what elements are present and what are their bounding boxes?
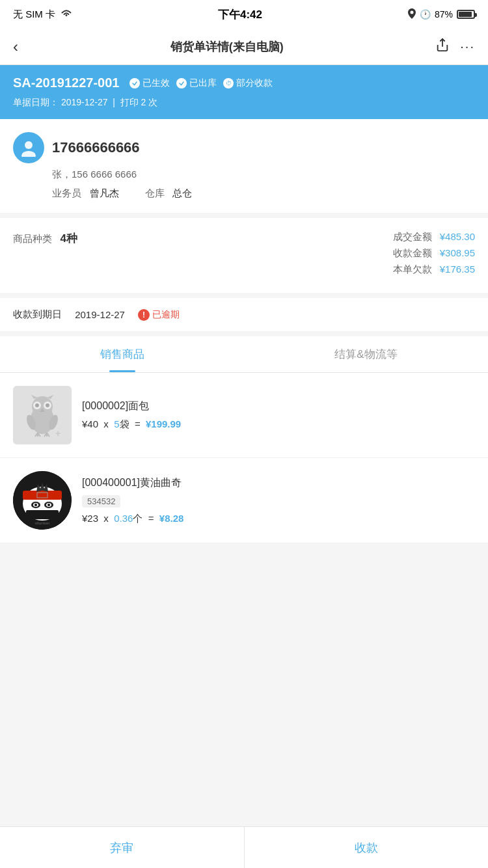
cancel-button[interactable]: 弃审 bbox=[0, 827, 245, 868]
location-icon bbox=[408, 8, 416, 21]
battery-icon bbox=[457, 10, 475, 19]
due-date: 2019-12-27 bbox=[75, 309, 125, 320]
avatar bbox=[13, 132, 44, 163]
owed-value: ¥176.35 bbox=[440, 264, 475, 276]
nav-bar: ‹ 销货单详情(来自电脑) ··· bbox=[0, 29, 488, 65]
customer-sub: 张，156 6666 6666 bbox=[13, 169, 475, 181]
due-section: 收款到期日 2019-12-27 ! 已逾期 bbox=[0, 298, 488, 331]
svg-point-8 bbox=[46, 403, 49, 407]
wifi-icon bbox=[61, 9, 72, 20]
product-info-1: [0000002]面包 ¥40 x 5袋 = ¥199.99 bbox=[82, 400, 475, 431]
svg-point-30 bbox=[47, 504, 50, 506]
tab-sales-products[interactable]: 销售商品 bbox=[0, 336, 244, 372]
type-count: 4种 bbox=[61, 232, 77, 245]
order-id: SA-20191227-001 bbox=[13, 75, 119, 90]
warehouse-value: 总仓 bbox=[172, 187, 192, 198]
tab-settlement[interactable]: 结算&物流等 bbox=[244, 336, 488, 372]
order-date: 单据日期： 2019-12-27 | 打印 2 次 bbox=[13, 97, 475, 109]
tabs-row: 销售商品 结算&物流等 bbox=[0, 336, 488, 373]
nav-actions: ··· bbox=[435, 38, 475, 55]
svg-point-7 bbox=[35, 403, 39, 407]
overdue-text: 已逾期 bbox=[152, 309, 180, 321]
tabs-section: 销售商品 结算&物流等 bbox=[0, 336, 488, 373]
product-thumb-2: shuriken bbox=[13, 471, 72, 530]
owed-label: 本单欠款 bbox=[393, 264, 432, 276]
battery-text: 87% bbox=[435, 9, 453, 20]
badge-partial: ⏱ 部分收款 bbox=[223, 77, 273, 89]
status-left: 无 SIM 卡 bbox=[13, 8, 72, 21]
svg-rect-24 bbox=[37, 493, 47, 498]
product-price-2: ¥23 x 0.36个 = ¥8.28 bbox=[82, 513, 475, 525]
svg-point-2 bbox=[21, 151, 36, 157]
collect-button[interactable]: 收款 bbox=[245, 827, 489, 868]
badge-effective: 已生效 bbox=[129, 77, 170, 89]
check-icon-2 bbox=[176, 78, 187, 88]
badge-shipped: 已出库 bbox=[176, 77, 217, 89]
status-bar: 无 SIM 卡 下午4:42 🕐 87% bbox=[0, 0, 488, 29]
overdue-icon: ! bbox=[138, 309, 150, 321]
order-header: SA-20191227-001 已生效 已出库 ⏱ 部分收款 单据日期： 201… bbox=[0, 65, 488, 119]
status-badges: 已生效 已出库 ⏱ 部分收款 bbox=[129, 77, 273, 89]
collected-value: ¥308.95 bbox=[440, 247, 475, 260]
product-list: + [0000002]面包 ¥40 x 5袋 = ¥199.99 bbox=[0, 373, 488, 543]
check-icon-1 bbox=[129, 78, 140, 88]
summary-section: 商品种类 4种 成交金额 ¥485.30 收款金额 ¥308.95 本单欠款 ¥… bbox=[0, 218, 488, 293]
customer-meta: 业务员 曾凡杰 仓库 总仓 bbox=[13, 187, 475, 200]
type-label: 商品种类 bbox=[13, 233, 52, 244]
collected-amount-row: 收款金额 ¥308.95 bbox=[393, 247, 475, 260]
status-time: 下午4:42 bbox=[218, 7, 262, 22]
deal-amount-row: 成交金额 ¥485.30 bbox=[393, 231, 475, 243]
product-name-1: [0000002]面包 bbox=[82, 400, 475, 413]
overdue-badge: ! 已逾期 bbox=[138, 309, 180, 321]
warehouse-label: 仓库 bbox=[145, 187, 165, 198]
svg-point-1 bbox=[25, 141, 33, 149]
svg-point-29 bbox=[34, 504, 37, 506]
status-right: 🕐 87% bbox=[408, 8, 475, 21]
svg-text:shuriken: shuriken bbox=[35, 521, 50, 525]
summary-left: 商品种类 4种 bbox=[13, 231, 77, 246]
share-button[interactable] bbox=[435, 38, 450, 55]
customer-name: 17666666666 bbox=[52, 139, 140, 156]
more-button[interactable]: ··· bbox=[460, 39, 475, 54]
customer-section: 17666666666 张，156 6666 6666 业务员 曾凡杰 仓库 总… bbox=[0, 119, 488, 213]
owed-amount-row: 本单欠款 ¥176.35 bbox=[393, 264, 475, 276]
collected-label: 收款金额 bbox=[393, 247, 432, 260]
sales-label: 业务员 bbox=[52, 187, 81, 198]
due-label: 收款到期日 bbox=[13, 308, 62, 321]
bottom-bar: 弃审 收款 bbox=[0, 826, 488, 868]
product-thumb-1: + bbox=[13, 386, 72, 444]
product-price-1: ¥40 x 5袋 = ¥199.99 bbox=[82, 418, 475, 431]
product-tag-2: 534532 bbox=[82, 495, 120, 508]
sales-value: 曾凡杰 bbox=[90, 187, 119, 198]
svg-rect-31 bbox=[26, 510, 59, 519]
clock-icon: ⏱ bbox=[223, 78, 234, 88]
deal-label: 成交金额 bbox=[393, 231, 432, 243]
product-info-2: [000400001]黄油曲奇 534532 ¥23 x 0.36个 = ¥8.… bbox=[82, 476, 475, 525]
carrier-label: 无 SIM 卡 bbox=[13, 8, 55, 21]
table-row: shuriken [000400001]黄油曲奇 534532 ¥23 x 0.… bbox=[0, 458, 488, 543]
product-name-2: [000400001]黄油曲奇 bbox=[82, 476, 475, 490]
alarm-icon: 🕐 bbox=[420, 9, 431, 20]
summary-right: 成交金额 ¥485.30 收款金额 ¥308.95 本单欠款 ¥176.35 bbox=[393, 231, 475, 280]
back-button[interactable]: ‹ bbox=[13, 38, 18, 56]
customer-row: 17666666666 bbox=[13, 132, 475, 163]
svg-text:+: + bbox=[55, 428, 61, 438]
page-title: 销货单详情(来自电脑) bbox=[170, 39, 284, 55]
table-row: + [0000002]面包 ¥40 x 5袋 = ¥199.99 bbox=[0, 373, 488, 458]
deal-value: ¥485.30 bbox=[440, 231, 475, 243]
